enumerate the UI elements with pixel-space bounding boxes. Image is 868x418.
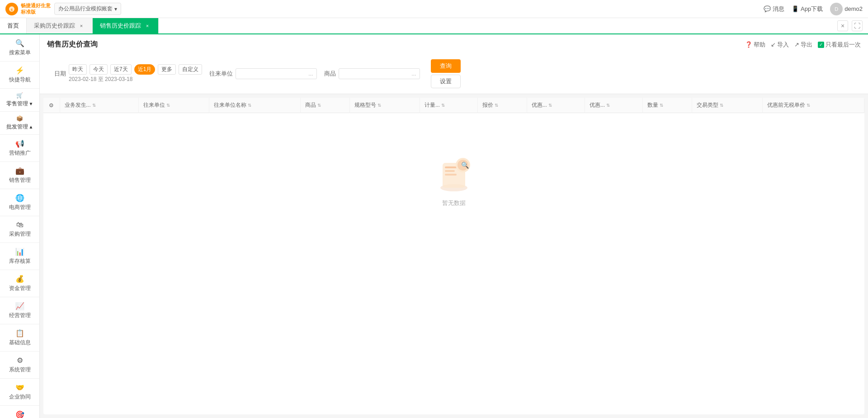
logo-area: 6 畅捷通好生意 标准版 <box>5 3 51 15</box>
only-last-checkbox[interactable] <box>818 42 824 48</box>
tab-purchase-history[interactable]: 采购历史价跟踪 × <box>27 18 93 33</box>
lightning-icon: ⚡ <box>15 66 24 75</box>
date-btn-custom[interactable]: 自定义 <box>179 64 202 75</box>
app-selector[interactable]: 办公用品行业模拟账套 ▾ <box>54 3 121 15</box>
main-layout: 🔍 搜索菜单 ⚡ 快捷导航 🛒 零售管理 ▼ 📦 批发管理 ▲ 📢 营销推广 <box>0 34 868 418</box>
sidebar-item-search[interactable]: 🔍 搜索菜单 <box>0 34 39 62</box>
table-col-unit[interactable]: 计量... ⇅ <box>420 98 477 113</box>
basic-icon: 📋 <box>15 329 24 337</box>
operation-icon: 📈 <box>15 302 24 310</box>
date-btn-more[interactable]: 更多 <box>158 64 176 75</box>
sidebar-item-basic[interactable]: 📋 基础信息 <box>0 324 39 352</box>
table-header-row: ⚙ 业务发生... ⇅ 往来单位 ⇅ <box>43 98 864 113</box>
logo-icon: 6 <box>5 3 18 15</box>
table-col-discount1[interactable]: 优惠... ⇅ <box>527 98 585 113</box>
tab-close-purchase[interactable]: × <box>78 22 85 29</box>
finance-icon: 💰 <box>15 275 24 283</box>
data-table: ⚙ 业务发生... ⇅ 往来单位 ⇅ <box>43 98 864 113</box>
ecommerce-icon: 🌐 <box>15 194 24 202</box>
sidebar-item-sales[interactable]: 💼 销售管理 <box>0 162 39 189</box>
sidebar-item-purchase[interactable]: 🛍 采购管理 <box>0 216 39 243</box>
table-col-trade-type[interactable]: 交易类型 ⇅ <box>692 98 762 113</box>
sort-icon-counterpart-name: ⇅ <box>248 103 251 108</box>
export-icon: ↗ <box>794 41 799 48</box>
expand-btn[interactable]: ⛶ <box>852 20 863 31</box>
sort-icon-quantity: ⇅ <box>660 103 663 108</box>
export-btn[interactable]: ↗ 导出 <box>794 41 812 49</box>
table-col-counterpart-name[interactable]: 往来单位名称 ⇅ <box>209 98 300 113</box>
help-btn[interactable]: ❓ 帮助 <box>745 41 765 49</box>
sidebar-item-quick[interactable]: ⚡ 快捷导航 <box>0 62 39 89</box>
tabbar: 首页 采购历史价跟踪 × 销售历史价跟踪 × × ⛶ <box>0 18 868 34</box>
setting-button[interactable]: 设置 <box>431 75 461 88</box>
svg-rect-6 <box>445 174 457 176</box>
app-download-btn[interactable]: 📱 App下载 <box>792 5 823 13</box>
sidebar-item-enterprise[interactable]: 🤝 企业协同 <box>0 379 39 406</box>
sidebar-item-wholesale[interactable]: 📦 批发管理 ▲ <box>0 112 39 135</box>
sidebar-item-ecommerce[interactable]: 🌐 电商管理 <box>0 189 39 216</box>
table-col-discount2[interactable]: 优惠... ⇅ <box>585 98 643 113</box>
marketing-icon: 📢 <box>15 139 24 148</box>
gear-icon: ⚙ <box>49 102 54 109</box>
message-btn[interactable]: 💬 消息 <box>764 5 784 13</box>
sidebar-item-finance[interactable]: 💰 资金管理 <box>0 270 39 297</box>
tabbar-actions: × ⛶ <box>837 18 868 33</box>
date-btn-today[interactable]: 今天 <box>90 64 108 75</box>
table-col-pre-tax-price[interactable]: 优惠前无税单价 ⇅ <box>762 98 864 113</box>
table-col-spec[interactable]: 规格型号 ⇅ <box>349 98 420 113</box>
close-all-tabs-btn[interactable]: × <box>837 20 848 31</box>
page-actions: ❓ 帮助 ↙ 导入 ↗ 导出 只看最后一次 <box>745 41 861 49</box>
empty-state: 🔍 暂无数据 <box>43 113 864 243</box>
table-col-biz-date[interactable]: 业务发生... ⇅ <box>60 98 139 113</box>
guide-icon: 🎯 <box>15 410 24 418</box>
tab-close-sales[interactable]: × <box>144 22 151 29</box>
sidebar-item-inventory[interactable]: 📊 库存核算 <box>0 243 39 270</box>
only-last-checkbox-area[interactable]: 只看最后一次 <box>818 41 861 49</box>
table-col-quoted-price[interactable]: 报价 ⇅ <box>478 98 527 113</box>
table-col-goods[interactable]: 商品 ⇅ <box>300 98 349 113</box>
empty-illustration: 🔍 <box>431 149 476 195</box>
search-button[interactable]: 查询 <box>431 59 461 73</box>
goods-input[interactable]: ... <box>339 68 420 79</box>
counterpart-dots: ... <box>308 71 313 77</box>
date-btn-1month[interactable]: 近1月 <box>134 64 156 75</box>
sidebar-item-retail[interactable]: 🛒 零售管理 ▼ <box>0 89 39 112</box>
goods-dots: ... <box>411 71 416 77</box>
table-col-quantity[interactable]: 数量 ⇅ <box>643 98 692 113</box>
tab-home[interactable]: 首页 <box>0 18 27 33</box>
sort-icon-unit: ⇅ <box>441 103 445 108</box>
message-icon: 💬 <box>764 5 771 12</box>
logo-text: 畅捷通好生意 标准版 <box>21 3 51 14</box>
sort-icon-discount1: ⇅ <box>548 103 552 108</box>
svg-text:6: 6 <box>11 8 13 12</box>
enterprise-icon: 🤝 <box>15 383 24 392</box>
sidebar-item-guide[interactable]: 🎯 新手引导 <box>0 406 39 418</box>
counterpart-input[interactable]: ... <box>236 68 317 79</box>
date-filter-lines: 昨天 今天 近7天 近1月 更多 自定义 2023-02-18 至 2023-0… <box>69 64 202 83</box>
sort-icon-trade-type: ⇅ <box>720 103 723 108</box>
goods-filter-group: 商品 ... <box>324 68 420 79</box>
search-icon: 🔍 <box>15 39 24 48</box>
chevron-up-icon: ▲ <box>29 124 33 129</box>
chevron-down-icon: ▼ <box>29 101 33 106</box>
sort-icon-quoted-price: ⇅ <box>495 103 498 108</box>
inventory-icon: 📊 <box>15 247 24 256</box>
table-area: ⚙ 业务发生... ⇅ 往来单位 ⇅ <box>43 98 864 414</box>
tab-sales-history[interactable]: 销售历史价跟踪 × <box>93 18 159 33</box>
sidebar-item-marketing[interactable]: 📢 营销推广 <box>0 135 39 162</box>
page-header: 销售历史价查询 ❓ 帮助 ↙ 导入 ↗ 导出 <box>40 34 868 94</box>
table-col-counterpart-code[interactable]: 往来单位 ⇅ <box>139 98 209 113</box>
chevron-down-icon: ▾ <box>114 6 117 12</box>
counterpart-filter-group: 往来单位 ... <box>209 68 317 79</box>
date-btn-7days[interactable]: 近7天 <box>110 64 132 75</box>
date-btn-line: 昨天 今天 近7天 近1月 更多 自定义 <box>69 64 202 75</box>
filter-action-btns: 查询 设置 <box>431 59 461 88</box>
sidebar-item-operation[interactable]: 📈 经营管理 <box>0 297 39 324</box>
user-menu[interactable]: D demo2 <box>830 3 863 15</box>
date-btn-yesterday[interactable]: 昨天 <box>69 64 87 75</box>
table-col-settings[interactable]: ⚙ <box>43 98 60 113</box>
import-btn[interactable]: ↙ 导入 <box>771 41 789 49</box>
filter-area: 日期 昨天 今天 近7天 近1月 更多 自定义 2023-02-18 至 202… <box>47 55 861 94</box>
wholesale-icon: 📦 <box>16 115 23 122</box>
sidebar-item-system[interactable]: ⚙ 系统管理 <box>0 352 39 379</box>
